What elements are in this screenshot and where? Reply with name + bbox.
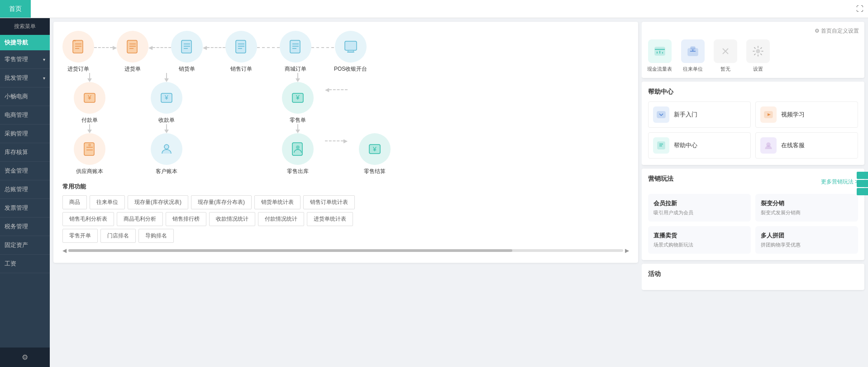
- func-btn-sales-order-stats[interactable]: 销售订单统计表: [303, 195, 355, 209]
- col-supplier-book: 供应商账本: [62, 124, 117, 175]
- quick-icon-cashflow[interactable]: 现金流量表: [647, 39, 672, 72]
- cashflow-label: 现金流量表: [647, 66, 672, 72]
- marketing-item-split[interactable]: 裂变分销 裂变式发展分销商: [755, 194, 858, 222]
- sales-order-label: 销售订单: [230, 65, 252, 73]
- svg-rect-8: [181, 40, 191, 53]
- svg-rect-50: [657, 111, 665, 118]
- settings-label: 设置: [753, 66, 763, 72]
- tab-home[interactable]: 首页: [0, 0, 31, 18]
- help-item-video[interactable]: 视频学习: [755, 101, 858, 128]
- sidebar-item-wholesale[interactable]: 批发管理 ▾: [0, 69, 50, 87]
- activity-title: 活动: [648, 270, 858, 278]
- col-retail-settle: ¥ 零售结算: [348, 124, 402, 175]
- help-grid: 新手入门 视频学习 帮助中心: [648, 101, 858, 159]
- marketing-split-title: 裂变分销: [761, 199, 853, 208]
- svg-rect-20: [345, 41, 357, 50]
- flow-node-mall-order[interactable]: 商城订单: [280, 31, 311, 73]
- marketing-item-member[interactable]: 会员拉新 吸引用户成为会员: [648, 194, 751, 222]
- func-btn-goods[interactable]: 商品: [62, 195, 87, 209]
- customer-book-icon: [151, 133, 182, 165]
- float-buttons: 客服热线 服务社区 桌面快捷: [857, 172, 868, 195]
- func-btn-retail-order[interactable]: 零售开单: [62, 229, 98, 243]
- pos-icon: [335, 31, 367, 63]
- float-btn-desktop[interactable]: 桌面快捷: [857, 188, 868, 195]
- sidebar-nav-label: 快捷导航: [0, 35, 50, 50]
- cashflow-icon: [648, 39, 672, 63]
- arrow-icon: ▾: [43, 76, 45, 81]
- supplier-book-icon: [74, 133, 105, 165]
- fullscreen-icon[interactable]: ⛶: [856, 5, 863, 13]
- sidebar-item-finance[interactable]: 资金管理: [0, 162, 50, 180]
- marketing-more[interactable]: 更多营销玩法 >: [821, 178, 858, 186]
- sidebar-item-ecommerce-small[interactable]: 小畅电商: [0, 87, 50, 106]
- arrow-h4: [257, 47, 280, 48]
- sidebar-item-inventory[interactable]: 库存核算: [0, 143, 50, 162]
- scrollbar: ◀ ▶: [62, 247, 629, 254]
- flow-node-purchase-order[interactable]: 进货订单: [62, 31, 94, 73]
- sidebar-item-ledger[interactable]: 总账管理: [0, 180, 50, 199]
- func-btn-stock1[interactable]: 现存量(库存状况表): [128, 195, 188, 209]
- purchase-bill-label: 进货单: [124, 65, 141, 73]
- sidebar-settings-icon[interactable]: ⚙: [0, 348, 50, 367]
- func-btn-recv-stats[interactable]: 收款情况统计: [209, 212, 255, 226]
- help-item-service[interactable]: 在线客服: [755, 132, 858, 159]
- func-btn-store-rank[interactable]: 门店排名: [100, 229, 136, 243]
- retail-out-label: 零售出库: [287, 168, 309, 175]
- col-purchase-bill-down: ¥ 收款单: [139, 73, 194, 124]
- left-panel: 进货订单 ▶ 进货单: [50, 18, 642, 367]
- help-beginner-label: 新手入门: [674, 111, 697, 119]
- func-btn-purchase-stats[interactable]: 进货单统计表: [307, 212, 353, 226]
- sidebar-item-procurement[interactable]: 采购管理: [0, 125, 50, 143]
- func-btn-profit2[interactable]: 商品毛利分析: [117, 212, 163, 226]
- pos-label: POS收银开台: [334, 65, 367, 73]
- help-card: 帮助中心 新手入门 视频学习: [642, 82, 864, 165]
- svg-rect-0: [73, 40, 83, 53]
- float-btn-service[interactable]: 客服热线: [857, 172, 868, 179]
- svg-point-32: [88, 144, 91, 146]
- svg-text:¥: ¥: [87, 94, 91, 101]
- scroll-left-arrow[interactable]: ◀: [62, 247, 67, 254]
- quick-icon-settings[interactable]: 设置: [746, 39, 770, 72]
- float-btn-community[interactable]: 服务社区: [857, 180, 868, 187]
- marketing-grid: 会员拉新 吸引用户成为会员 裂变分销 裂变式发展分销商 直播卖货 场景式购物新玩…: [648, 194, 858, 254]
- func-buttons-row3: 零售开单 门店排名 导购排名: [62, 229, 629, 243]
- marketing-item-group[interactable]: 多人拼团 拼团购物享受优惠: [755, 226, 858, 254]
- sidebar-item-salary[interactable]: 工资: [0, 255, 50, 273]
- sales-bill-label: 销货单: [179, 65, 195, 73]
- quick-icon-none[interactable]: 暂无: [714, 39, 737, 72]
- svg-text:¥: ¥: [372, 145, 377, 153]
- flow-node-pos[interactable]: POS收银开台: [334, 31, 367, 73]
- marketing-item-live[interactable]: 直播卖货 场景式购物新玩法: [648, 226, 751, 254]
- flow-row-2: ¥ 付款单 ¥: [62, 73, 629, 124]
- sidebar-item-retail[interactable]: 零售管理 ▾: [0, 50, 50, 69]
- retail-out-icon: [282, 133, 314, 165]
- sidebar-search[interactable]: 搜索菜单: [0, 18, 50, 35]
- scroll-track[interactable]: [68, 249, 623, 252]
- marketing-card: 营销玩法 更多营销玩法 > 会员拉新 吸引用户成为会员 裂变分销 裂变式发展分销…: [642, 169, 864, 260]
- help-title: 帮助中心: [648, 88, 858, 96]
- sidebar-item-tax[interactable]: 税务管理: [0, 217, 50, 236]
- svg-rect-16: [290, 40, 300, 53]
- quick-icon-units[interactable]: 往来单位: [681, 39, 705, 72]
- marketing-live-sub: 场景式购物新玩法: [653, 241, 745, 248]
- func-btn-stock2[interactable]: 现存量(库存分布表): [191, 195, 252, 209]
- sidebar-item-assets[interactable]: 固定资产: [0, 236, 50, 255]
- marketing-title: 营销玩法: [648, 175, 673, 183]
- func-btn-pay-stats[interactable]: 付款情况统计: [258, 212, 304, 226]
- flow-node-sales-bill[interactable]: 销货单: [171, 31, 203, 73]
- help-item-center[interactable]: 帮助中心: [648, 132, 751, 159]
- sidebar-item-invoice[interactable]: 发票管理: [0, 199, 50, 217]
- func-btn-profit1[interactable]: 销售毛利分析表: [62, 212, 114, 226]
- sidebar-item-ecommerce-manage[interactable]: 电商管理: [0, 106, 50, 125]
- help-item-beginner[interactable]: 新手入门: [648, 101, 751, 128]
- func-btn-sales-stats[interactable]: 销货单统计表: [254, 195, 300, 209]
- quick-icons: 现金流量表 往来单位 暂无: [647, 39, 859, 72]
- flow-node-sales-order[interactable]: 销售订单: [225, 31, 257, 73]
- func-btn-guide-rank[interactable]: 导购排名: [138, 229, 174, 243]
- func-btn-rank[interactable]: 销售排行榜: [166, 212, 206, 226]
- func-buttons-container: 商品 往来单位 现存量(库存状况表) 现存量(库存分布表) 销货单统计表 销售订…: [62, 195, 629, 209]
- quick-access-settings[interactable]: ⚙ 首页自定义设置: [815, 27, 859, 35]
- func-btn-units[interactable]: 往来单位: [90, 195, 125, 209]
- scroll-right-arrow[interactable]: ▶: [625, 247, 629, 254]
- flow-node-purchase-bill[interactable]: 进货单: [117, 31, 148, 73]
